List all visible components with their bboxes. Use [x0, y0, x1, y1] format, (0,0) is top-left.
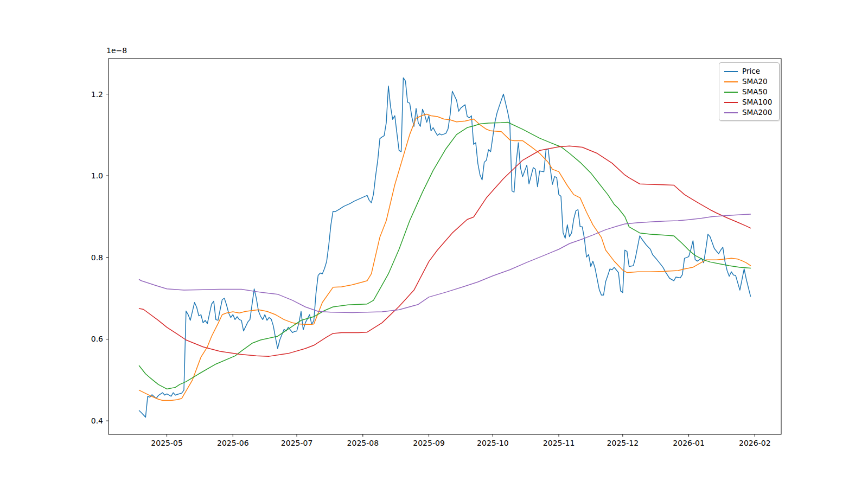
chart-figure: 2025-052025-062025-072025-082025-092025-…: [0, 0, 868, 488]
y-tick-label-0.8: 0.8: [91, 253, 103, 262]
x-tick-label-2025-07: 2025-07: [281, 439, 313, 447]
legend-label-sma200: SMA200: [742, 108, 772, 117]
legend-item-sma100: SMA100: [724, 98, 775, 107]
legend-item-price: Price: [724, 67, 775, 76]
y-tick-label-0.6: 0.6: [91, 335, 103, 343]
legend-item-sma20: SMA20: [724, 77, 775, 86]
x-tick-label-2026-01: 2026-01: [673, 439, 705, 447]
y-tick-label-1.2: 1.2: [91, 90, 103, 99]
y-axis-offset-label: 1e−8: [106, 46, 127, 55]
sma100-line-swatch: [724, 102, 738, 103]
y-tick-label-1.0: 1.0: [91, 171, 103, 180]
legend-item-sma50: SMA50: [724, 87, 775, 97]
price-line: [139, 78, 751, 417]
x-tick-label-2025-10: 2025-10: [477, 439, 509, 447]
legend-item-sma200: SMA200: [724, 108, 775, 117]
legend-label-sma20: SMA20: [742, 77, 768, 86]
sma50-line: [139, 123, 751, 389]
sma50-line-swatch: [724, 92, 738, 93]
legend-label-sma50: SMA50: [742, 87, 768, 97]
axes-frame: [108, 59, 781, 434]
x-tick-label-2025-09: 2025-09: [413, 439, 445, 447]
legend-label-price: Price: [742, 67, 760, 76]
x-tick-label-2025-06: 2025-06: [217, 439, 249, 447]
sma200-line: [139, 214, 751, 313]
legend: Price SMA20 SMA50 SMA100 SMA200: [719, 62, 780, 121]
price-line-swatch: [724, 71, 738, 72]
x-tick-label-2025-11: 2025-11: [543, 439, 575, 447]
x-tick-label-2025-08: 2025-08: [347, 439, 379, 447]
y-tick-label-0.4: 0.4: [91, 416, 103, 425]
sma200-line-swatch: [724, 112, 738, 113]
x-tick-label-2026-02: 2026-02: [739, 439, 771, 447]
x-tick-label-2025-05: 2025-05: [151, 439, 183, 447]
x-tick-label-2025-12: 2025-12: [607, 439, 639, 447]
sma20-line-swatch: [724, 81, 738, 82]
legend-label-sma100: SMA100: [742, 98, 772, 107]
sma100-line: [139, 146, 751, 356]
